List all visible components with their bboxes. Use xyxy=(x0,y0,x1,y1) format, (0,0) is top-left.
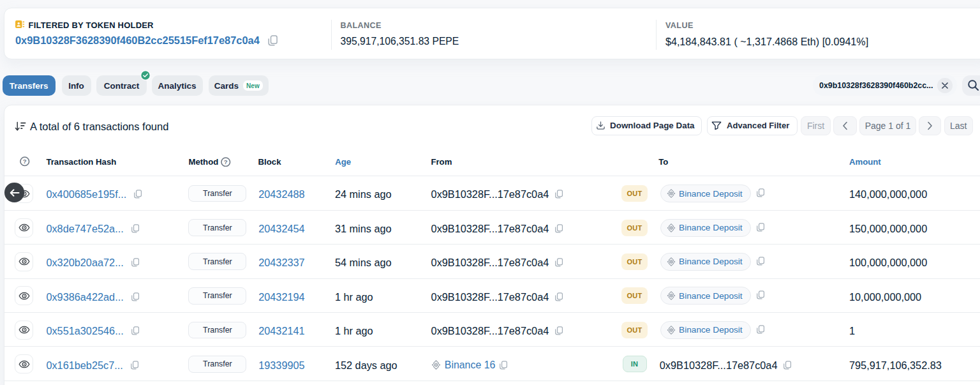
svg-text:?: ? xyxy=(23,158,27,165)
svg-text:?: ? xyxy=(224,158,228,165)
